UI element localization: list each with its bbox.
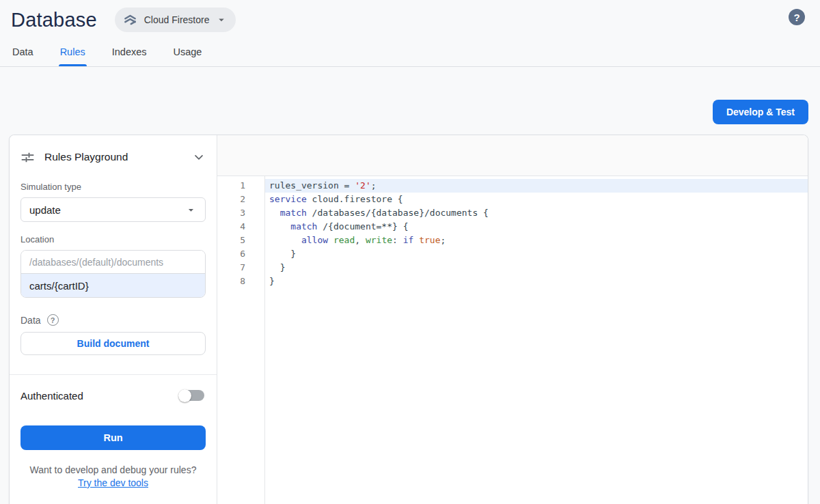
dev-tools-text: Want to develop and debug your rules? — [20, 464, 206, 475]
question-mark-icon: ? — [793, 12, 800, 23]
code-line[interactable]: match /{document=**} { — [265, 220, 808, 234]
code-area: 12345678 rules_version = '2';service clo… — [217, 176, 808, 504]
product-selector-label: Cloud Firestore — [144, 14, 210, 25]
line-number: 4 — [217, 220, 264, 234]
help-button[interactable]: ? — [789, 9, 805, 25]
toggle-knob — [178, 389, 191, 402]
simulation-type-value: update — [29, 204, 61, 216]
line-number: 7 — [217, 261, 264, 275]
simulation-type-select[interactable]: update — [20, 197, 206, 222]
run-button[interactable]: Run — [20, 425, 206, 450]
data-label: Data — [20, 315, 41, 326]
rules-playground-header[interactable]: Rules Playground — [20, 144, 206, 170]
authenticated-toggle[interactable] — [180, 390, 204, 401]
authenticated-label: Authenticated — [20, 390, 83, 402]
line-number: 1 — [217, 179, 264, 193]
code-line[interactable]: } — [265, 261, 808, 275]
code-line[interactable]: allow read, write: if true; — [265, 234, 808, 247]
tab-rules[interactable]: Rules — [59, 40, 87, 66]
editor-toolbar — [217, 135, 808, 176]
caret-down-icon — [215, 14, 228, 26]
code-lines[interactable]: rules_version = '2';service cloud.firest… — [265, 176, 808, 504]
rules-editor: 12345678 rules_version = '2';service clo… — [217, 135, 808, 504]
data-help-icon[interactable]: ? — [47, 314, 59, 326]
line-number: 8 — [217, 275, 264, 288]
simulation-type-label: Simulation type — [20, 182, 206, 192]
tab-indexes[interactable]: Indexes — [111, 40, 148, 66]
page-title: Database — [11, 9, 97, 31]
code-line[interactable]: } — [265, 275, 808, 288]
code-line[interactable]: service cloud.firestore { — [265, 193, 808, 206]
code-line[interactable]: } — [265, 247, 808, 261]
tab-usage[interactable]: Usage — [172, 40, 204, 66]
dev-tools-link[interactable]: Try the dev tools — [20, 477, 206, 488]
code-line[interactable]: rules_version = '2'; — [265, 179, 808, 193]
build-document-button[interactable]: Build document — [20, 332, 206, 355]
chevron-down-icon[interactable] — [192, 150, 206, 164]
firestore-icon — [122, 12, 138, 28]
line-number: 5 — [217, 234, 264, 247]
line-number: 3 — [217, 206, 264, 220]
tab-data[interactable]: Data — [11, 40, 35, 66]
location-label: Location — [20, 234, 206, 244]
rules-playground-panel: Rules Playground Simulation type update … — [10, 135, 217, 504]
line-number-gutter: 12345678 — [217, 176, 265, 504]
tune-icon — [20, 150, 35, 165]
top-bar: Database Cloud Firestore ? — [0, 0, 820, 34]
line-number: 6 — [217, 247, 264, 261]
rules-card: Rules Playground Simulation type update … — [9, 135, 808, 504]
location-path-input[interactable]: carts/{cartID} — [21, 274, 205, 297]
code-line[interactable]: match /databases/{database}/documents { — [265, 206, 808, 220]
line-number: 2 — [217, 193, 264, 206]
location-base-path[interactable]: /databases/(default)/documents — [21, 251, 205, 274]
panel-divider — [10, 374, 217, 375]
tabs: DataRulesIndexesUsage — [0, 40, 820, 67]
location-fields: /databases/(default)/documents carts/{ca… — [20, 250, 206, 298]
develop-test-button[interactable]: Develop & Test — [713, 100, 808, 124]
rules-playground-title: Rules Playground — [44, 151, 128, 163]
caret-down-icon — [185, 204, 197, 216]
product-selector-dropdown[interactable]: Cloud Firestore — [115, 8, 236, 32]
